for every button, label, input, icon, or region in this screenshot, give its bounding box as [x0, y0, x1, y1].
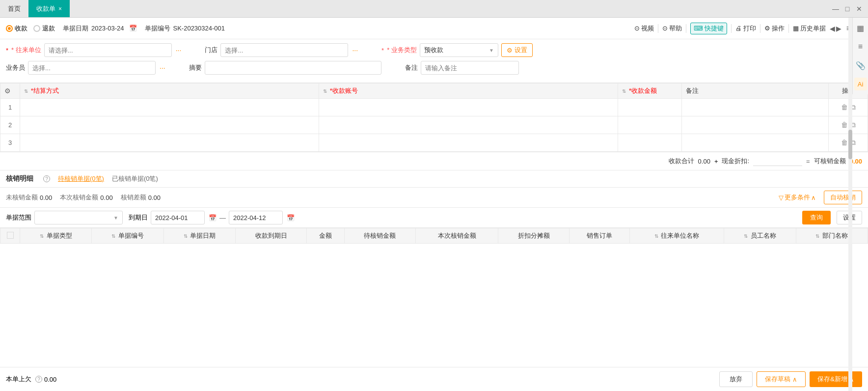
discard-button[interactable]: 放弃 — [719, 371, 753, 387]
sidebar-list-icon[interactable]: ≡ — [854, 40, 867, 53]
toolbar-actions: ⊙ 视频 ⊙ 帮助 ⌨ 快捷键 🖨 打印 ⚙ 操作 — [634, 23, 862, 34]
sidebar-attachment-icon[interactable]: 📎 — [854, 59, 867, 72]
sort-icon-date[interactable]: ⇅ — [184, 233, 188, 239]
row-num-3: 3 — [0, 134, 20, 152]
date-from-input[interactable] — [151, 211, 205, 224]
business-type-field: * * 业务类型 预收款 ▼ ⚙ 设置 — [381, 43, 533, 57]
settings-label: 设置 — [515, 46, 527, 55]
nav-next-btn[interactable]: ▶ — [836, 25, 841, 32]
save-new-button[interactable]: 保存&新增 ∧ — [810, 371, 862, 387]
salesperson-field: 业务员 ··· — [6, 61, 165, 75]
salesperson-more-btn[interactable]: ··· — [160, 64, 165, 72]
select-all-checkbox[interactable] — [7, 232, 14, 239]
row-1-delete-btn[interactable]: 🗑 — [841, 103, 848, 112]
refund-radio-label: 退款 — [42, 24, 55, 33]
receipt-radio[interactable]: 收款 — [6, 24, 27, 33]
tab-close-icon[interactable]: × — [58, 5, 62, 12]
form-row-2: 业务员 ··· 摘要 备注 — [6, 61, 862, 75]
remark-input[interactable] — [421, 61, 519, 75]
video-label: 视频 — [641, 24, 654, 33]
date-label: 单据日期 — [63, 24, 88, 33]
store-input[interactable] — [220, 43, 348, 57]
th-config[interactable]: ⚙ — [0, 84, 20, 99]
date-value: 2023-03-24 — [91, 25, 124, 32]
row-3-settlement[interactable] — [20, 134, 319, 152]
salesperson-input[interactable] — [28, 61, 156, 75]
total-value: 0.00 — [698, 158, 710, 165]
shortcut-action[interactable]: ⌨ 快捷键 — [690, 23, 727, 34]
chevron-up-icon: ∧ — [811, 194, 816, 201]
sort-icon-dept[interactable]: ⇅ — [815, 233, 819, 239]
row-2-delete-btn[interactable]: 🗑 — [841, 121, 848, 129]
history-action[interactable]: ▦ 历史单据 — [793, 24, 826, 33]
sidebar-ai-icon[interactable]: Ai — [854, 78, 867, 90]
sidebar-table-icon[interactable]: ▦ — [854, 22, 867, 34]
table-config-icon[interactable]: ⚙ — [4, 87, 11, 95]
summary-input[interactable] — [205, 61, 381, 75]
discount-input[interactable] — [753, 156, 802, 166]
range-select[interactable]: ▼ — [34, 211, 123, 224]
date-to-input[interactable] — [229, 211, 283, 224]
row-3-account[interactable] — [319, 134, 618, 152]
calendar-icon[interactable]: 📅 — [129, 25, 137, 32]
row-1-account[interactable] — [319, 99, 618, 116]
sort-icon-employee[interactable]: ⇅ — [744, 233, 748, 239]
save-draft-label: 保存草稿 — [765, 375, 790, 384]
help-action[interactable]: ⊙ 帮助 — [662, 24, 682, 33]
row-1-settlement[interactable] — [20, 99, 319, 116]
row-num-1: 1 — [0, 99, 20, 116]
close-button[interactable]: ✕ — [854, 4, 864, 14]
nav-prev-btn[interactable]: ◀ — [830, 25, 835, 32]
remark-label: 备注 — [405, 63, 418, 72]
save-draft-button[interactable]: 保存草稿 ∧ — [757, 371, 806, 387]
th-checkbox[interactable] — [0, 228, 20, 244]
footer-info-icon[interactable]: ? — [35, 376, 42, 383]
sort-icon-counterpart[interactable]: ⇅ — [654, 233, 658, 239]
query-button[interactable]: 查询 — [802, 211, 831, 224]
auto-clear-button[interactable]: 自动核销 — [824, 191, 862, 204]
biz-type-label: * 业务类型 — [387, 46, 417, 55]
scrollbar-track[interactable] — [848, 18, 852, 391]
th-settlement-label: *结算方式 — [31, 87, 59, 94]
row-2-settlement[interactable] — [20, 116, 319, 134]
row-1-remark[interactable] — [682, 99, 829, 116]
top-toolbar: 收款 退款 单据日期 2023-03-24 📅 单据编号 SK-20230324… — [0, 18, 868, 39]
row-3-remark[interactable] — [682, 134, 829, 152]
th-amount: ⇅ *收款金额 — [618, 84, 682, 99]
row-2-amount[interactable] — [618, 116, 682, 134]
print-action[interactable]: 🖨 打印 — [735, 24, 756, 33]
row-2-account[interactable] — [319, 116, 618, 134]
row-3-delete-btn[interactable]: 🗑 — [841, 139, 848, 147]
maximize-button[interactable]: □ — [842, 4, 852, 14]
video-action[interactable]: ⊙ 视频 — [634, 24, 654, 33]
th-current-clear-label: 本次核销金额 — [438, 232, 476, 239]
calendar-to-icon[interactable]: 📅 — [287, 214, 295, 222]
tab-home[interactable]: 首页 — [0, 0, 28, 17]
table-row: 2 🗑 ⧉ — [0, 116, 868, 134]
settings-button[interactable]: ⚙ 设置 — [501, 43, 533, 57]
sort-icon-amount[interactable]: ⇅ — [622, 88, 626, 94]
query-label: 查询 — [810, 214, 823, 221]
row-3-amount[interactable] — [618, 134, 682, 152]
calendar-from-icon[interactable]: 📅 — [209, 214, 217, 222]
more-conditions-btn[interactable]: ▽ 更多条件 ∧ — [779, 193, 816, 202]
salesperson-label: 业务员 — [6, 63, 25, 72]
refund-radio[interactable]: 退款 — [33, 24, 55, 33]
row-2-remark[interactable] — [682, 116, 829, 134]
sort-icon-type[interactable]: ⇅ — [40, 233, 44, 239]
sort-icon-settlement[interactable]: ⇅ — [24, 88, 28, 94]
minimize-button[interactable]: — — [831, 4, 841, 14]
scrollbar-thumb[interactable] — [848, 130, 852, 159]
operation-action[interactable]: ⚙ 操作 — [764, 24, 785, 33]
sort-icon-number[interactable]: ⇅ — [111, 233, 115, 239]
section-info-icon[interactable]: ? — [43, 175, 50, 182]
biz-type-select[interactable]: 预收款 ▼ — [420, 43, 498, 57]
store-more-btn[interactable]: ··· — [352, 46, 358, 54]
sort-icon-account[interactable]: ⇅ — [323, 88, 327, 94]
pending-link[interactable]: 待核销单据(0笔) — [58, 174, 104, 183]
counterpart-more-btn[interactable]: ··· — [176, 46, 182, 54]
counterpart-input[interactable] — [44, 43, 172, 57]
tab-receipt[interactable]: 收款单 × — [28, 0, 70, 17]
row-1-amount[interactable] — [618, 99, 682, 116]
current-amount-stat: 本次核销金额 0.00 — [60, 193, 112, 202]
